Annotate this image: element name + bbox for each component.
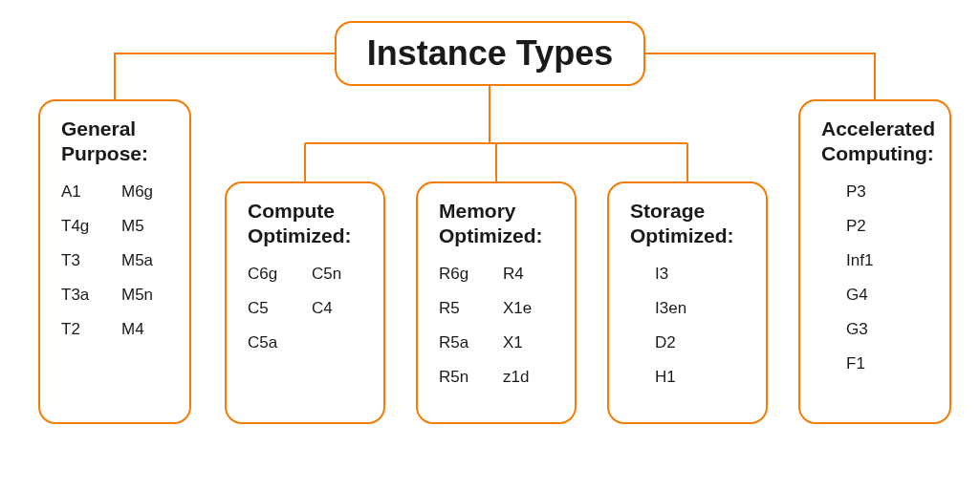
instance-type: M4 <box>121 320 174 339</box>
instance-type: H1 <box>655 368 751 387</box>
instance-type: C4 <box>312 299 368 318</box>
instance-type: C5n <box>312 265 368 284</box>
instance-type: R6g <box>439 265 495 284</box>
category-items: I3I3enD2H1 <box>630 265 751 387</box>
instance-type: T3a <box>61 286 114 305</box>
category-title: Accelerated Computing: <box>821 117 934 167</box>
instance-type: R5 <box>439 299 495 318</box>
category-items: P3P2Inf1G4G3F1 <box>821 182 934 373</box>
root-node: Instance Types <box>335 21 645 86</box>
root-title: Instance Types <box>367 33 613 74</box>
instance-type: P2 <box>846 217 934 236</box>
instance-type: P3 <box>846 182 934 202</box>
instance-type: M5n <box>121 286 174 305</box>
category-title: Compute Optimized: <box>248 199 368 249</box>
category-items: A1M6gT4gM5T3M5aT3aM5nT2M4 <box>61 182 174 339</box>
instance-type: F1 <box>846 354 934 373</box>
category-items: R6gR4R5X1eR5aX1R5nz1d <box>439 265 559 387</box>
instance-type: z1d <box>503 368 559 387</box>
instance-type: G3 <box>846 320 934 339</box>
category-compute-optimized: Compute Optimized: C6gC5nC5C4C5a <box>225 181 385 424</box>
category-storage-optimized: Storage Optimized: I3I3enD2H1 <box>607 181 768 424</box>
instance-type: G4 <box>846 286 934 305</box>
instance-type: T2 <box>61 320 114 339</box>
category-memory-optimized: Memory Optimized: R6gR4R5X1eR5aX1R5nz1d <box>416 181 577 424</box>
instance-type: M5 <box>121 217 174 236</box>
category-general-purpose: General Purpose: A1M6gT4gM5T3M5aT3aM5nT2… <box>38 99 191 424</box>
instance-type: T3 <box>61 251 114 270</box>
category-accelerated-computing: Accelerated Computing: P3P2Inf1G4G3F1 <box>798 99 951 424</box>
instance-type: C6g <box>248 265 304 284</box>
instance-type: M5a <box>121 251 174 270</box>
instance-type: X1 <box>503 333 559 352</box>
instance-type: R5n <box>439 368 495 387</box>
instance-type: A1 <box>61 182 114 202</box>
instance-type: Inf1 <box>846 251 934 270</box>
instance-type: I3 <box>655 265 751 284</box>
category-items: C6gC5nC5C4C5a <box>248 265 368 352</box>
category-title: Memory Optimized: <box>439 199 559 249</box>
instance-type: T4g <box>61 217 114 236</box>
diagram-stage: Instance Types General Purpose: A1M6gT4g… <box>0 0 980 490</box>
instance-type: C5a <box>248 333 304 352</box>
instance-type: D2 <box>655 333 751 352</box>
instance-type: R5a <box>439 333 495 352</box>
category-title: General Purpose: <box>61 117 174 167</box>
instance-type: X1e <box>503 299 559 318</box>
instance-type: I3en <box>655 299 751 318</box>
instance-type: R4 <box>503 265 559 284</box>
instance-type: C5 <box>248 299 304 318</box>
category-title: Storage Optimized: <box>630 199 751 249</box>
instance-type: M6g <box>121 182 174 202</box>
